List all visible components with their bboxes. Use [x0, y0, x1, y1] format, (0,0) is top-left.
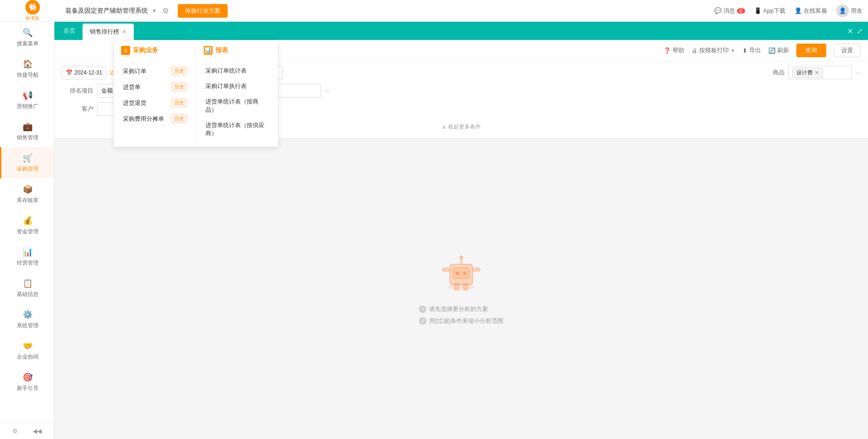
dropdown-item-po-exec[interactable]: 采购订单执行表: [204, 79, 271, 94]
dropdown-item-po[interactable]: 采购订单 历史: [121, 63, 189, 79]
sidebar-label-finance: 资金管理: [17, 228, 39, 236]
tab-home[interactable]: 首页: [56, 22, 83, 40]
empty-illustration: [434, 251, 488, 296]
user-avatar: 👤: [836, 5, 849, 17]
dropdown-item-return[interactable]: 进货退货 历史: [121, 95, 189, 111]
trial-btn[interactable]: 体验行业方案: [178, 4, 228, 18]
empty-state: ① 请先选择要分析的方案 ② 用[过滤]条件来缩小分析范围: [54, 138, 868, 439]
dropdown-columns: ≡ 采购业务 采购订单 历史 进货单 历史 进货退货 历史: [114, 46, 278, 141]
dropdown-item-inbound-supplier[interactable]: 进货单统计表（按供应商）: [204, 118, 271, 141]
salesperson-more-btn[interactable]: ···: [325, 87, 330, 94]
sidebar-label-search: 搜索菜单: [17, 40, 39, 48]
expense-history-tag: 历史: [171, 114, 187, 123]
dropdown-report-col: 📊 报表 采购订单统计表 采购订单执行表 进货单统计表（按商品） 进货单统计: [196, 46, 278, 141]
sales-icon: 💼: [22, 121, 33, 132]
empty-step-1: ① 请先选择要分析的方案: [419, 303, 503, 315]
sidebar: 🔍 搜索菜单 🏠 快捷导航 📢 营销推广 💼 销售管理 🛒 采购管理 📦 库存核…: [0, 22, 54, 439]
tab-sales-rank[interactable]: 销售排行榜 ✕: [83, 24, 134, 40]
tab-close-icon[interactable]: ✕: [122, 29, 127, 35]
service-icon: 👤: [795, 7, 802, 14]
po-stat-label: 采购订单统计表: [205, 67, 247, 75]
svg-rect-10: [463, 283, 468, 290]
sidebar-item-system[interactable]: ⚙️ 系统管理: [0, 304, 54, 335]
guide-icon: 🎯: [22, 372, 33, 383]
sidebar-collapse-icon[interactable]: ◀◀: [33, 428, 42, 434]
step-2-text: 用[过滤]条件来缩小分析范围: [429, 315, 503, 327]
settings-button[interactable]: 设置: [834, 44, 861, 57]
sidebar-item-enterprise[interactable]: 🤝 企业协同: [0, 335, 54, 366]
export-btn[interactable]: ⬆ 导出: [742, 46, 761, 54]
dropdown-item-po-stat[interactable]: 采购订单统计表: [204, 63, 271, 79]
sidebar-item-basic-info[interactable]: 📋 基础信息: [0, 272, 54, 304]
sidebar-item-sales[interactable]: 💼 销售管理: [0, 116, 54, 147]
tab-fullscreen-icon[interactable]: ⤢: [857, 27, 863, 35]
messages-btn[interactable]: 💬 消息 6: [714, 7, 745, 15]
user-area[interactable]: 👤 用友: [836, 5, 863, 17]
sidebar-item-guide[interactable]: 🎯 新手引导: [0, 366, 54, 398]
tab-bar-actions: ✕ ⤢: [847, 27, 866, 35]
goods-more-btn[interactable]: ···: [855, 69, 861, 76]
help-btn[interactable]: ❓ 帮助: [663, 46, 684, 54]
empty-text: ① 请先选择要分析的方案 ② 用[过滤]条件来缩小分析范围: [419, 303, 503, 327]
inbound-label: 进货单: [123, 83, 141, 91]
goods-tag-remove[interactable]: ✕: [814, 69, 819, 76]
sidebar-item-operations[interactable]: 📊 经营管理: [0, 241, 54, 272]
dropdown-arrow-icon[interactable]: ▼: [151, 8, 157, 14]
goods-input[interactable]: 设计费 ✕: [788, 66, 852, 79]
app-download-btn[interactable]: 📱 App下载: [754, 7, 785, 15]
report-header-label: 报表: [215, 46, 228, 54]
inventory-icon: 📦: [22, 184, 33, 195]
logo-area: 畅 标准版: [5, 0, 60, 21]
finance-icon: 💰: [22, 215, 33, 226]
print-icon: 🖨: [692, 47, 697, 54]
print-btn[interactable]: 🖨 按模板打印 ▼: [692, 46, 735, 54]
app-download-label: App下载: [763, 7, 785, 15]
sidebar-item-purchase[interactable]: 🛒 采购管理: [0, 147, 54, 178]
sidebar-label-operations: 经营管理: [17, 259, 39, 267]
settings-gear-icon[interactable]: ⚙: [162, 6, 169, 15]
sidebar-item-search[interactable]: 🔍 搜索菜单: [0, 22, 54, 53]
report-col-icon: 📊: [204, 46, 213, 55]
dropdown-item-inbound[interactable]: 进货单 历史: [121, 79, 189, 95]
date-value: 2024-12-31: [74, 69, 102, 76]
collapse-label: 收起更多条件: [448, 123, 481, 131]
top-header: 畅 标准版 装备及固定资产辅助管理系统 ▼ ⚙ 体验行业方案 💬 消息 6 📱 …: [0, 0, 868, 22]
svg-point-6: [459, 256, 463, 259]
collapse-up-icon: ∧: [442, 124, 446, 130]
help-label: 帮助: [673, 46, 684, 54]
tab-close-all-icon[interactable]: ✕: [847, 27, 853, 35]
svg-rect-9: [454, 283, 459, 290]
online-service-btn[interactable]: 👤 在线客服: [795, 7, 827, 15]
sidebar-item-marketing[interactable]: 📢 营销推广: [0, 84, 54, 116]
expense-label: 采购费用分摊单: [123, 115, 164, 123]
sidebar-label-quick-nav: 快捷导航: [17, 71, 39, 79]
marketing-icon: 📢: [22, 90, 33, 101]
messages-label: 消息: [723, 7, 735, 15]
rank-item-label: 排名项目: [62, 87, 93, 95]
header-system-title: 装备及固定资产辅助管理系统 ▼ ⚙ 体验行业方案: [60, 4, 714, 18]
dropdown-item-inbound-goods[interactable]: 进货单统计表（按商品）: [204, 94, 271, 118]
dropdown-menu: ≡ 采购业务 采购订单 历史 进货单 历史 进货退货 历史: [113, 40, 278, 147]
operations-icon: 📊: [22, 247, 33, 257]
refresh-label: 刷新: [777, 46, 789, 54]
query-button[interactable]: 查询: [796, 44, 826, 57]
sidebar-label-purchase: 采购管理: [17, 165, 39, 173]
user-label: 用友: [851, 7, 863, 15]
refresh-btn[interactable]: 🔄 刷新: [768, 46, 789, 54]
sidebar-item-inventory[interactable]: 📦 库存核算: [0, 178, 54, 210]
purchase-icon: 🛒: [22, 153, 33, 163]
print-dropdown-icon[interactable]: ▼: [731, 48, 735, 53]
enterprise-icon: 🤝: [22, 340, 33, 351]
online-service-label: 在线客服: [804, 7, 827, 15]
sidebar-settings-icon[interactable]: ⚙: [12, 428, 18, 434]
sidebar-item-finance[interactable]: 💰 资金管理: [0, 210, 54, 241]
content-area: 首页 销售排行榜 ✕ ✕ ⤢ ❓ 帮助 🖨 按模板打印: [54, 22, 868, 439]
inbound-supplier-label: 进货单统计表（按供应商）: [205, 121, 269, 138]
svg-point-3: [456, 271, 459, 275]
tab-sales-rank-label: 销售排行榜: [90, 28, 119, 36]
date-range-input[interactable]: 📅 2024-12-31: [62, 66, 106, 79]
sidebar-item-quick-nav[interactable]: 🏠 快捷导航: [0, 53, 54, 84]
dropdown-item-expense[interactable]: 采购费用分摊单 历史: [121, 111, 189, 127]
sidebar-label-guide: 新手引导: [17, 385, 39, 392]
help-icon: ❓: [663, 47, 671, 54]
